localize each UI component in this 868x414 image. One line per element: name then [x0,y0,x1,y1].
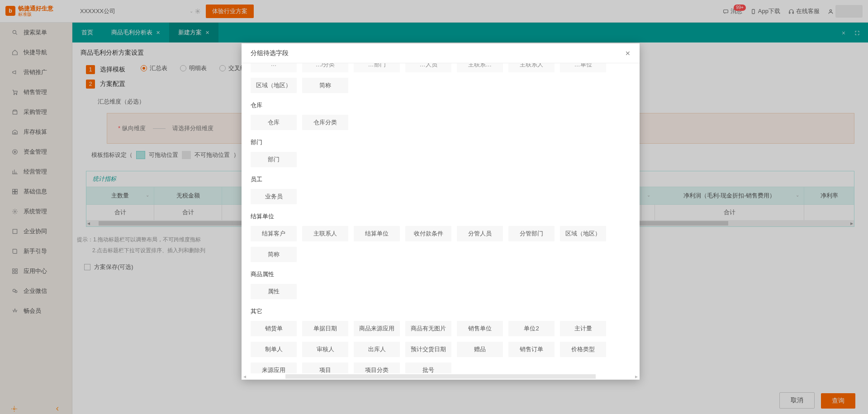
field-chip[interactable]: …单位 [560,63,606,72]
modal-body[interactable]: … …/分类 …部门 …人员 主联系… 主联系人 …单位 区域（地区） 简称 仓… [242,63,640,373]
chip-row: 仓库仓库分类 [251,115,632,130]
field-chip[interactable]: 赠品 [457,342,503,357]
chip-row: 属性 [251,284,632,299]
field-chip[interactable]: 价格类型 [560,342,606,357]
field-chip[interactable]: 预计交货日期 [405,342,451,357]
chip-row: 结算客户主联系人结算单位收付款条件分管人员分管部门区域（地区）简称 [251,226,632,262]
field-group-title: 其它 [251,307,632,315]
field-chip[interactable]: 商品来源应用 [354,321,400,336]
field-chip[interactable]: 业务员 [251,189,297,204]
field-chip[interactable]: 来源应用 [251,362,297,373]
field-chip[interactable]: …人员 [405,63,451,72]
chip-row-partial2: 区域（地区） 简称 [251,78,632,93]
field-chip[interactable]: 批号 [405,362,451,373]
field-chip[interactable]: 结算单位 [354,226,400,241]
field-chip[interactable]: 项目分类 [354,362,400,373]
field-chip[interactable]: 区域（地区） [560,226,606,241]
field-chip[interactable]: 制单人 [251,342,297,357]
field-chip[interactable]: 结算客户 [251,226,297,241]
field-group-title: 结算单位 [251,212,632,221]
field-chip[interactable]: 收付款条件 [405,226,451,241]
close-icon[interactable]: ✕ [625,50,631,57]
field-chip[interactable]: 部门 [251,152,297,167]
modal-header: 分组待选字段 ✕ [242,43,640,63]
field-chip[interactable]: …/分类 [302,63,348,72]
field-chip[interactable]: 出库人 [354,342,400,357]
field-group-title: 商品属性 [251,270,632,278]
field-chip[interactable]: 主联系人 [508,63,555,72]
field-chip[interactable]: 销售单位 [457,321,503,336]
field-group-title: 员工 [251,175,632,183]
field-group-title: 部门 [251,138,632,146]
field-chip[interactable]: 单据日期 [302,321,348,336]
field-picker-modal: 分组待选字段 ✕ … …/分类 …部门 …人员 主联系… 主联系人 …单位 区域… [242,43,640,380]
chip-row: 销货单单据日期商品来源应用商品有无图片销售单位单位2主计量制单人审核人出库人预计… [251,321,632,373]
field-chip[interactable]: 分管人员 [457,226,503,241]
modal-title: 分组待选字段 [251,49,289,57]
field-chip[interactable]: 审核人 [302,342,348,357]
chip-row: 业务员 [251,189,632,204]
field-group-title: 仓库 [251,101,632,109]
scroll-right-icon[interactable]: ▸ [633,373,640,380]
scroll-left-icon[interactable]: ◂ [242,373,248,380]
field-chip[interactable]: …部门 [354,63,400,72]
field-chip[interactable]: 商品有无图片 [405,321,451,336]
scrollbar-thumb[interactable] [285,374,596,379]
field-chip[interactable]: 单位2 [508,321,555,336]
field-chip[interactable]: 简称 [302,78,348,93]
field-chip[interactable]: 项目 [302,362,348,373]
chip-row: 部门 [251,152,632,167]
field-chip[interactable]: 区域（地区） [251,78,297,93]
field-chip[interactable]: 仓库分类 [302,115,348,130]
field-chip[interactable]: 主计量 [560,321,606,336]
field-chip[interactable]: 简称 [251,247,297,262]
field-chip[interactable]: 仓库 [251,115,297,130]
field-chip[interactable]: 主联系… [457,63,503,72]
field-chip[interactable]: … [251,63,297,72]
modal-hscroll[interactable]: ◂ ▸ [242,373,640,380]
field-chip[interactable]: 主联系人 [302,226,348,241]
field-chip[interactable]: 销售订单 [508,342,555,357]
field-chip[interactable]: 销货单 [251,321,297,336]
chip-row-partial: … …/分类 …部门 …人员 主联系… 主联系人 …单位 [251,63,632,72]
field-chip[interactable]: 属性 [251,284,297,299]
field-chip[interactable]: 分管部门 [508,226,555,241]
